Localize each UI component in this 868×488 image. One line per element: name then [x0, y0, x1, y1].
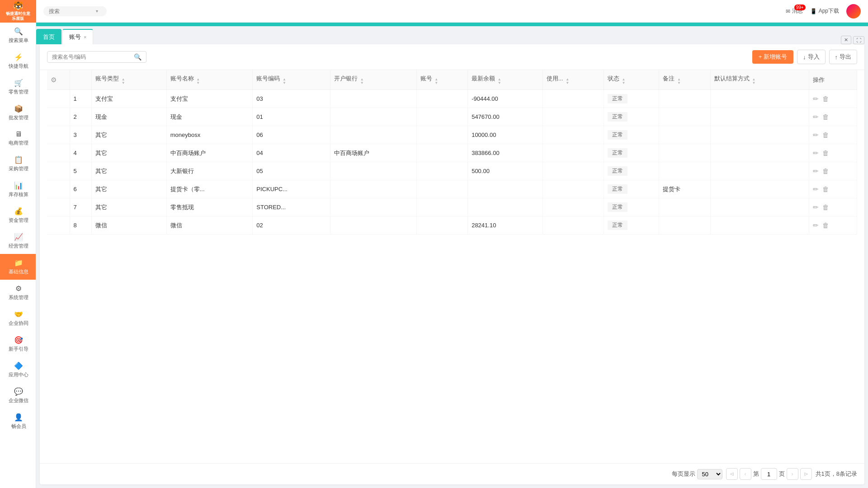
sidebar: 🐯 畅捷通时生意 乐屋版 🔍 搜索菜单 ⚡ 快捷导航 🛒 零售管理 📦 批发管理… [0, 0, 36, 488]
status-cell: 正常 [604, 90, 659, 108]
edit-icon[interactable]: ✏ [813, 149, 819, 157]
export-icon: ↑ [835, 54, 838, 61]
prev-page-button[interactable]: ‹ [740, 468, 751, 480]
table-row: 6 其它 提货卡（零... PICKUPC... 正常 提货卡 ✏ 🗑 [47, 180, 857, 198]
toolbar-actions: + 新增账号 ↓ 导入 ↑ 导出 [752, 50, 857, 64]
delete-icon[interactable]: 🗑 [822, 113, 829, 121]
account-col-header[interactable]: 账号 ▲▼ [416, 70, 467, 90]
balance-col-header[interactable]: 最新余额 ▲▼ [468, 70, 543, 90]
page-size-dropdown[interactable]: 50 100 200 [697, 469, 722, 479]
sidebar-item-retail[interactable]: 🛒 零售管理 [0, 74, 36, 100]
table-row: 5 其它 大新银行 05 500.00 正常 ✏ 🗑 [47, 162, 857, 180]
import-button[interactable]: ↓ 导入 [797, 50, 826, 64]
sidebar-item-finance[interactable]: 💰 资金管理 [0, 202, 36, 228]
table-row: 4 其它 中百商场账户 04 中百商场账户 383866.00 正常 ✏ 🗑 [47, 144, 857, 162]
delete-icon[interactable]: 🗑 [822, 95, 829, 103]
delete-icon[interactable]: 🗑 [822, 167, 829, 175]
note-col-header[interactable]: 备注 ▲▼ [659, 70, 710, 90]
usage-col-header[interactable]: 使用... ▲▼ [542, 70, 604, 90]
num-cell: 7 [70, 198, 92, 216]
status-badge: 正常 [608, 221, 627, 230]
sidebar-item-ecommerce[interactable]: 🖥 电商管理 [0, 126, 36, 151]
tab-close-icon[interactable]: × [84, 35, 86, 40]
add-account-button[interactable]: + 新增账号 [752, 50, 793, 64]
message-button[interactable]: ✉ 消息 99+ [786, 7, 803, 15]
edit-icon[interactable]: ✏ [813, 203, 819, 211]
edit-icon[interactable]: ✏ [813, 167, 819, 175]
bank-cell [330, 126, 417, 144]
sidebar-menu: 🔍 搜索菜单 ⚡ 快捷导航 🛒 零售管理 📦 批发管理 🖥 电商管理 📋 采购管… [0, 23, 36, 488]
default-settlement-col-header[interactable]: 默认结算方式 ▲▼ [710, 70, 809, 90]
sidebar-item-operation[interactable]: 📈 经营管理 [0, 228, 36, 254]
sidebar-item-onboarding[interactable]: 🎯 新手引导 [0, 331, 36, 357]
delete-icon[interactable]: 🗑 [822, 149, 829, 157]
delete-icon[interactable]: 🗑 [822, 131, 829, 139]
settings-cell [47, 216, 70, 235]
account-search-input[interactable] [52, 54, 134, 60]
sidebar-item-app-center[interactable]: 🔷 应用中心 [0, 357, 36, 383]
name-col-header[interactable]: 账号名称 ▲▼ [166, 70, 253, 90]
settings-cell [47, 108, 70, 126]
table-header-row: ⚙ 账号类型 ▲▼ 账号名称 ▲▼ 账号编码 ▲▼ 开户银行 ▲▼ 账号 ▲▼ … [47, 70, 857, 90]
sidebar-item-search[interactable]: 🔍 搜索菜单 [0, 23, 36, 48]
page-label: 第 [753, 470, 759, 478]
export-label: 导出 [840, 53, 851, 61]
avatar[interactable] [846, 4, 861, 19]
tab-and-content: 首页账号× ✕ ⛶ 🔍 + 新增账号 ↓ 导入 ↑ 导出 [36, 23, 868, 488]
page-size-select[interactable]: 每页显示 50 100 200 [672, 469, 722, 479]
actions-col-header: 操作 [809, 70, 857, 90]
sidebar-item-wholesale[interactable]: 📦 批发管理 [0, 100, 36, 126]
account-search-box[interactable]: 🔍 [47, 51, 146, 63]
import-label: 导入 [808, 53, 820, 61]
bank-col-header[interactable]: 开户银行 ▲▼ [330, 70, 417, 90]
app-download-button[interactable]: 📱 App下载 [810, 7, 839, 15]
status-badge: 正常 [608, 130, 627, 140]
code-col-header[interactable]: 账号编码 ▲▼ [253, 70, 330, 90]
search-icon: 🔍 [134, 53, 142, 61]
delete-icon[interactable]: 🗑 [822, 185, 829, 193]
edit-icon[interactable]: ✏ [813, 113, 819, 121]
tab-账号[interactable]: 账号× [62, 29, 93, 44]
sidebar-item-system[interactable]: ⚙ 系统管理 [0, 280, 36, 305]
top-search-input[interactable] [49, 8, 94, 14]
bank-cell [330, 198, 417, 216]
quick-nav-label: 快捷导航 [9, 63, 28, 70]
logo-line1: 畅捷通时生意 [6, 11, 30, 16]
teal-header-bar [36, 23, 868, 26]
status-cell: 正常 [604, 180, 659, 198]
sidebar-item-basic-info[interactable]: 📁 基础信息 [0, 254, 36, 280]
sidebar-item-inventory[interactable]: 📊 库存核算 [0, 177, 36, 202]
sidebar-item-enterprise-agreement[interactable]: 🤝 企业协同 [0, 305, 36, 331]
sidebar-item-enterprise-wechat[interactable]: 💬 企业微信 [0, 383, 36, 408]
app-center-icon: 🔷 [14, 361, 23, 370]
num-cell: 6 [70, 180, 92, 198]
next-page-button[interactable]: › [787, 468, 798, 480]
delete-icon[interactable]: 🗑 [822, 203, 829, 211]
table-row: 8 微信 微信 02 28241.10 正常 ✏ 🗑 [47, 216, 857, 235]
member-icon: 👤 [14, 413, 23, 422]
column-settings-icon[interactable]: ⚙ [51, 76, 57, 84]
sidebar-item-purchase[interactable]: 📋 采购管理 [0, 151, 36, 177]
account-cell [416, 144, 467, 162]
last-page-button[interactable]: ⊳ [800, 468, 812, 480]
page-number-input[interactable] [761, 468, 777, 480]
status-col-header[interactable]: 状态 ▲▼ [604, 70, 659, 90]
balance-cell: 10000.00 [468, 126, 543, 144]
sidebar-item-quick-nav[interactable]: ⚡ 快捷导航 [0, 48, 36, 74]
actions-cell: ✏ 🗑 [809, 90, 857, 108]
type-col-header[interactable]: 账号类型 ▲▼ [92, 70, 167, 90]
edit-icon[interactable]: ✏ [813, 185, 819, 193]
close-tab-button[interactable]: ✕ [841, 36, 851, 44]
top-search-box[interactable]: ▾ [43, 6, 107, 16]
sidebar-item-member[interactable]: 👤 畅会员 [0, 408, 36, 434]
tab-首页[interactable]: 首页 [36, 29, 61, 44]
delete-icon[interactable]: 🗑 [822, 221, 829, 229]
purchase-label: 采购管理 [9, 165, 28, 172]
export-button[interactable]: ↑ 导出 [829, 50, 858, 64]
edit-icon[interactable]: ✏ [813, 131, 819, 139]
edit-icon[interactable]: ✏ [813, 95, 819, 103]
type-cell: 现金 [92, 108, 167, 126]
edit-icon[interactable]: ✏ [813, 221, 819, 230]
fullscreen-button[interactable]: ⛶ [853, 36, 864, 44]
first-page-button[interactable]: ⊲ [726, 468, 738, 480]
